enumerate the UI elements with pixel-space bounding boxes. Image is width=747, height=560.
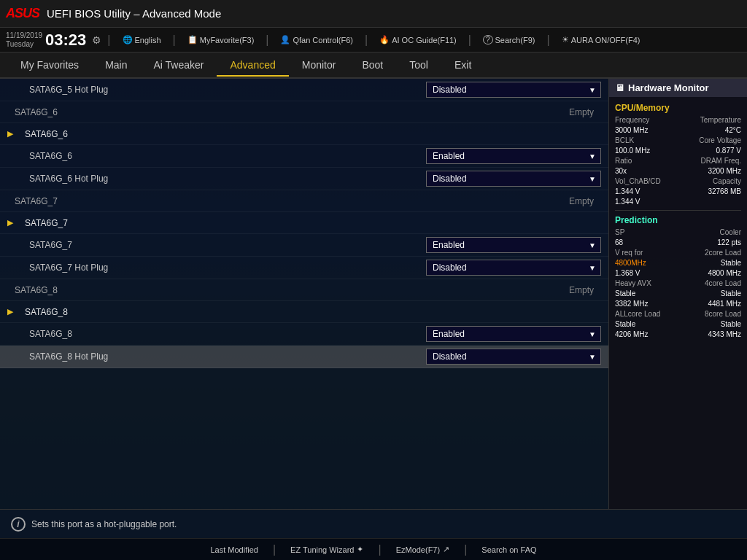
allcore-stable: Stable — [615, 320, 635, 328]
search-faq-button[interactable]: Search on FAQ — [481, 545, 536, 554]
hw-allcore-freq-row: 4206 MHz 4343 MHz — [615, 330, 741, 338]
sata6g8-group-row[interactable]: ▶ SATA6G_8 — [0, 301, 608, 323]
2core-value: Stable — [721, 259, 741, 267]
ez-mode-button[interactable]: EzMode(F7) ↗ — [396, 545, 450, 554]
settings-icon: ⚙ — [92, 34, 101, 46]
hw-bclk-row: BCLK Core Voltage — [615, 136, 741, 144]
sata6g5-hotplug-select[interactable]: Disabled Enabled ▼ — [426, 82, 601, 98]
hw-allcore-stable-row: Stable Stable — [615, 320, 741, 328]
sata6g6-val-dropdown[interactable]: Enabled Disabled — [433, 151, 583, 161]
toolbar-qfan[interactable]: 👤 Qfan Control(F6) — [274, 34, 359, 46]
last-modified-button[interactable]: Last Modified — [210, 545, 258, 554]
hw-allcore-row: ALLcore Load 8core Load — [615, 310, 741, 318]
hw-havx-value-row: Stable Stable — [615, 289, 741, 298]
hw-vol2-value-row: 1.344 V — [615, 198, 741, 206]
vol-value: 1.344 V — [615, 187, 640, 195]
toolbar-search[interactable]: ? Search(F9) — [477, 34, 541, 46]
footer-bar: Last Modified | EZ Tuning Wizard ✦ | EzM… — [0, 538, 747, 560]
tab-monitor[interactable]: Monitor — [289, 55, 349, 75]
sata6g7-group-row[interactable]: ▶ SATA6G_7 — [0, 212, 608, 234]
sata6g8-val-select[interactable]: Enabled Disabled ▼ — [426, 326, 601, 342]
toolbar-sep-5: | — [468, 34, 471, 47]
header-bar: ASUS UEFI BIOS Utility – Advanced Mode — [0, 0, 747, 28]
sata6g7-header-row: SATA6G_7 Empty — [0, 190, 608, 212]
ez-tuning-button[interactable]: EZ Tuning Wizard ✦ — [290, 545, 363, 554]
sata6g6-hotplug-label: SATA6G_6 Hot Plug — [7, 174, 426, 184]
sata6g8-header-row: SATA6G_8 Empty — [0, 279, 608, 301]
qfan-icon: 👤 — [280, 35, 290, 44]
sata6g8-hotplug-row[interactable]: SATA6G_8 Hot Plug Disabled Enabled ▼ — [0, 346, 608, 368]
tab-advanced[interactable]: Advanced — [217, 55, 288, 77]
sata6g6-group-label: SATA6G_6 — [18, 129, 601, 139]
core-voltage-label: Core Voltage — [699, 136, 741, 144]
tab-main[interactable]: Main — [92, 55, 140, 75]
temperature-label: Temperature — [700, 116, 741, 124]
dropdown-arrow: ▼ — [589, 152, 596, 160]
toolbar-myfavorite[interactable]: 📋 MyFavorite(F3) — [182, 34, 260, 46]
sp-label: SP — [615, 228, 624, 236]
toolbar-aura[interactable]: ☀ AURA ON/OFF(F4) — [556, 34, 646, 46]
sata6g7-val-label: SATA6G_7 — [7, 240, 426, 250]
hw-monitor-title: 🖥 Hardware Monitor — [609, 79, 747, 97]
sata6g5-hotplug-dropdown[interactable]: Disabled Enabled — [433, 85, 583, 95]
sata6g7-arrow-icon: ▶ — [7, 218, 13, 228]
toolbar-sep-2: | — [173, 34, 176, 47]
sata6g8-hotplug-dropdown[interactable]: Disabled Enabled — [433, 351, 583, 362]
sata6g6-section-label: SATA6G_6 — [7, 107, 569, 117]
toolbar-sep-6: | — [547, 34, 550, 47]
sata6g7-val-select[interactable]: Enabled Disabled ▼ — [426, 237, 601, 253]
sata6g8-hotplug-select[interactable]: Disabled Enabled ▼ — [426, 349, 601, 365]
sata6g7-hotplug-label: SATA6G_7 Hot Plug — [7, 262, 426, 273]
dropdown-arrow: ▼ — [589, 175, 596, 183]
hw-ratio-value-row: 30x 3200 MHz — [615, 167, 741, 175]
dram-freq-label: DRAM Freq. — [700, 157, 741, 165]
sata6g7-hotplug-dropdown[interactable]: Disabled Enabled — [433, 262, 583, 273]
toolbar-language[interactable]: 🌐 English — [117, 34, 167, 46]
8core-stable: Stable — [721, 320, 741, 328]
sata6g6-val-select[interactable]: Enabled Disabled ▼ — [426, 148, 601, 164]
sata6g6-value-row: SATA6G_6 Enabled Disabled ▼ — [0, 145, 608, 168]
sata6g6-arrow-icon: ▶ — [7, 129, 13, 139]
4core-value: Stable — [721, 289, 741, 298]
sata6g6-group-row[interactable]: ▶ SATA6G_6 — [0, 123, 608, 145]
sata6g8-group-label: SATA6G_8 — [18, 307, 601, 317]
hw-havx-row: Heavy AVX 4core Load — [615, 279, 741, 287]
vreq-label: V req for — [615, 249, 643, 257]
tab-boot[interactable]: Boot — [349, 55, 396, 75]
hw-frequency-row: Frequency Temperature — [615, 116, 741, 124]
4core-freq: 4481 MHz — [708, 300, 741, 308]
hw-vol-row: Vol_ChAB/CD Capacity — [615, 177, 741, 185]
tab-ai-tweaker[interactable]: Ai Tweaker — [140, 55, 217, 75]
tab-exit[interactable]: Exit — [441, 55, 484, 75]
tab-my-favorites[interactable]: My Favorites — [7, 55, 92, 75]
sata6g6-hotplug-select[interactable]: Disabled Enabled ▼ — [426, 171, 601, 187]
sata6g7-hotplug-select[interactable]: Disabled Enabled ▼ — [426, 260, 601, 276]
hw-bclk-value-row: 100.0 MHz 0.877 V — [615, 147, 741, 155]
sata6g8-val-dropdown[interactable]: Enabled Disabled — [433, 329, 583, 339]
hw-frequency-value-row: 3000 MHz 42°C — [615, 126, 741, 134]
dram-freq-value: 3200 MHz — [708, 167, 741, 175]
favorite-icon: 📋 — [187, 35, 198, 44]
allcore-freq: 4206 MHz — [615, 330, 649, 338]
hw-ratio-row: Ratio DRAM Freq. — [615, 157, 741, 165]
sata6g6-header-row: SATA6G_6 Empty — [0, 101, 608, 123]
sata6g7-section-label: SATA6G_7 — [7, 196, 569, 206]
sata6g6-empty-text: Empty — [569, 107, 594, 117]
ratio-label: Ratio — [615, 157, 632, 165]
sata6g8-val-label: SATA6G_8 — [7, 329, 426, 339]
footer-sep-2: | — [378, 543, 381, 556]
tab-tool[interactable]: Tool — [396, 55, 441, 75]
hw-vreq-row: V req for 2core Load — [615, 249, 741, 257]
center-panel: SATA6G_5 Hot Plug Disabled Enabled ▼ SAT… — [0, 79, 608, 509]
hw-monitor-panel: 🖥 Hardware Monitor CPU/Memory Frequency … — [608, 79, 747, 509]
sata6g7-val-dropdown[interactable]: Enabled Disabled — [433, 240, 583, 250]
sata6g6-hotplug-dropdown[interactable]: Disabled Enabled — [433, 174, 583, 184]
main-content: SATA6G_5 Hot Plug Disabled Enabled ▼ SAT… — [0, 79, 747, 509]
sata6g5-hotplug-row: SATA6G_5 Hot Plug Disabled Enabled ▼ — [0, 79, 608, 101]
hw-divider — [615, 210, 741, 211]
sata6g8-hotplug-label: SATA6G_8 Hot Plug — [7, 351, 426, 362]
toolbar-aioc[interactable]: 🔥 AI OC Guide(F11) — [374, 34, 462, 46]
bclk-label: BCLK — [615, 136, 634, 144]
info-bar: i Sets this port as a hot-pluggable port… — [0, 509, 747, 538]
footer-sep-1: | — [273, 543, 276, 556]
